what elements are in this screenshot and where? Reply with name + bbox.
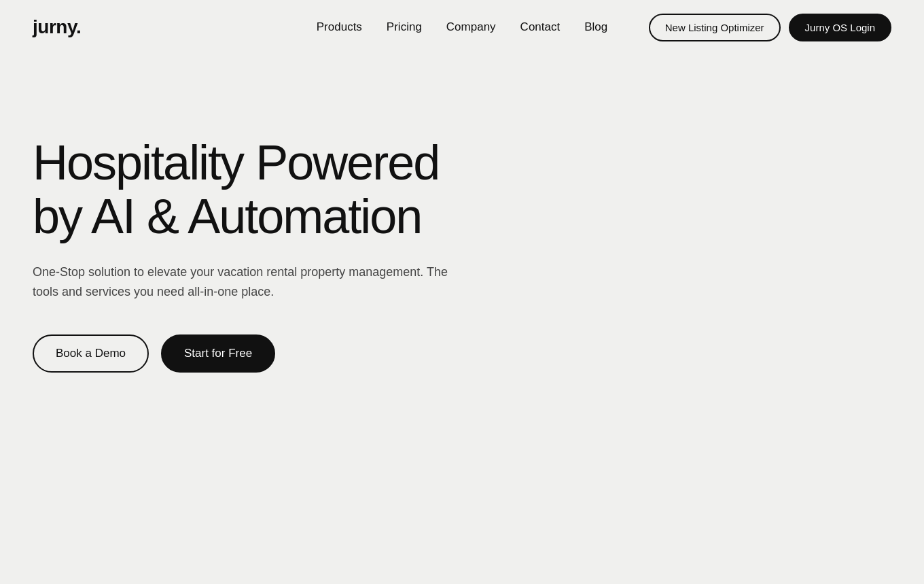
book-demo-button[interactable]: Book a Demo xyxy=(33,334,149,373)
nav-item-blog[interactable]: Blog xyxy=(584,20,607,34)
nav-item-products[interactable]: Products xyxy=(317,20,362,34)
hero-buttons: Book a Demo Start for Free xyxy=(33,334,579,373)
nav-actions: New Listing Optimizer Jurny OS Login xyxy=(649,14,891,41)
nav-item-pricing[interactable]: Pricing xyxy=(387,20,422,34)
new-listing-optimizer-button[interactable]: New Listing Optimizer xyxy=(649,14,781,41)
jurny-os-login-button[interactable]: Jurny OS Login xyxy=(789,14,891,41)
hero-headline: Hospitality Powered by AI & Automation xyxy=(33,136,579,243)
hero-subtext: One-Stop solution to elevate your vacati… xyxy=(33,262,454,302)
start-free-button[interactable]: Start for Free xyxy=(161,334,275,373)
nav-links: Products Pricing Company Contact Blog xyxy=(317,20,607,34)
hero-section: Hospitality Powered by AI & Automation O… xyxy=(0,54,611,373)
nav-item-contact[interactable]: Contact xyxy=(520,20,561,34)
nav-item-company[interactable]: Company xyxy=(446,20,496,34)
navbar: jurny. Products Pricing Company Contact … xyxy=(0,0,924,54)
logo[interactable]: jurny. xyxy=(33,16,81,38)
